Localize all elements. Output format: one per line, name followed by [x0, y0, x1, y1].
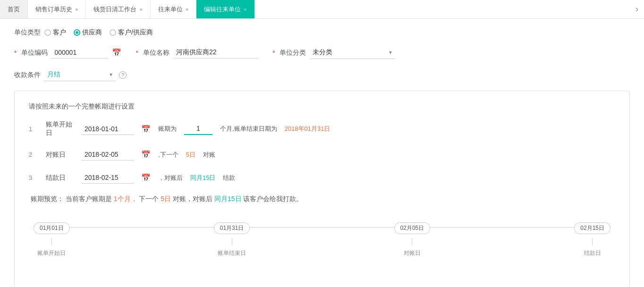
radio-both-circle: [110, 29, 116, 36]
tab-partners-label: 往来单位: [158, 5, 183, 14]
radio-both-label: 客户/供应商: [118, 28, 153, 37]
period-row-2: 2 对账日 📅 ,下一个 5日 对账: [29, 149, 615, 160]
period-row-1-label: 账单开始日: [46, 120, 74, 137]
unit-code-field: * 单位编码 📅: [14, 47, 121, 59]
expand-icon: ›: [636, 4, 638, 14]
payment-terms-label: 收款条件: [14, 71, 41, 79]
payment-terms-value: 月结: [47, 70, 108, 79]
preview-period-highlight: 1个月，: [114, 195, 137, 203]
period-row-3-date[interactable]: [82, 172, 134, 184]
unit-type-label: 单位类型: [14, 28, 41, 37]
timeline-badge-3: 02月05日: [394, 222, 431, 234]
preview-text: 账期预览： 当前客户账期是 1个月， 下一个 5日 对账，对账后 同月15日 该…: [29, 195, 615, 203]
payment-terms-row: 收款条件 月结 ▾ ?: [14, 68, 630, 81]
payment-terms-chevron: ▾: [110, 71, 112, 78]
period-row-1-highlight-date: 2018年01月31日: [285, 125, 330, 133]
period-row-2-cal-icon[interactable]: 📅: [141, 150, 151, 159]
radio-both[interactable]: 客户/供应商: [110, 28, 153, 37]
unit-category-chevron: ▾: [389, 49, 392, 56]
timeline-point-4: 02月15日 结款日: [574, 222, 610, 257]
unit-type-field: 单位类型 客户 供应商 客户/供应商: [14, 28, 153, 37]
timeline-point-1: 01月01日 账单开始日: [34, 222, 70, 257]
unit-name-required: *: [136, 49, 138, 57]
tabs-expand-button[interactable]: ›: [630, 0, 644, 18]
tab-sales-history[interactable]: 销售订单历史 ×: [28, 0, 86, 18]
tab-cash-workbench[interactable]: 钱货日清工作台 ×: [86, 0, 150, 18]
preview-reconcile-suffix: 对账，对账后: [173, 195, 212, 203]
unit-category-select[interactable]: 未分类 ▾: [310, 46, 395, 59]
tab-home[interactable]: 首页: [0, 0, 28, 18]
period-row-3-desc-prefix: ，对账后: [158, 174, 183, 182]
period-row-1-month-input[interactable]: [184, 123, 212, 135]
tabs-bar: 首页 销售订单历史 × 钱货日清工作台 × 往来单位 × 编辑往来单位 × ›: [0, 0, 644, 19]
unit-code-required: *: [14, 49, 17, 57]
unit-category-label: 单位分类: [280, 49, 306, 57]
unit-name-field: * 单位名称: [136, 47, 258, 59]
timeline-badge-1: 01月01日: [34, 222, 70, 234]
radio-customer-label: 客户: [53, 28, 66, 37]
timeline-label-1: 账单开始日: [37, 249, 66, 257]
timeline-tick-1: [51, 238, 52, 245]
radio-customer[interactable]: 客户: [44, 28, 66, 37]
period-row-1-desc-suffix: 个月,账单结束日期为: [220, 125, 277, 133]
period-row-3-highlight: 同月15日: [190, 174, 215, 182]
unit-name-input[interactable]: [173, 47, 258, 59]
tab-partners[interactable]: 往来单位 ×: [151, 0, 196, 18]
preview-text-prefix: 当前客户账期是: [66, 195, 112, 203]
unit-type-row: 单位类型 客户 供应商 客户/供应商: [14, 28, 630, 37]
radio-supplier-label: 供应商: [82, 28, 102, 37]
period-row-1-date[interactable]: [82, 123, 134, 135]
period-row-3-num: 3: [29, 174, 38, 181]
unit-code-label: 单位编码: [21, 49, 48, 57]
timeline: 01月01日 账单开始日 01月31日 账单结束日 02月05日 对账日: [29, 213, 615, 276]
unit-category-value: 未分类: [313, 48, 387, 57]
timeline-label-2: 账单结束日: [218, 249, 246, 257]
radio-supplier[interactable]: 供应商: [74, 28, 102, 37]
period-row-2-highlight: 5日: [186, 151, 195, 159]
period-box-title: 请按照未来的一个完整帐期进行设置: [29, 102, 615, 111]
period-row-2-date[interactable]: [82, 149, 134, 160]
payment-terms-select[interactable]: 月结 ▾: [44, 68, 115, 81]
period-row-2-num: 2: [29, 151, 38, 158]
preview-section: 账期预览： 当前客户账期是 1个月， 下一个 5日 对账，对账后 同月15日 该…: [29, 195, 615, 276]
unit-type-radio-group: 客户 供应商 客户/供应商: [44, 28, 153, 37]
payment-terms-help-icon[interactable]: ?: [119, 71, 127, 79]
timeline-badge-2: 01月31日: [214, 222, 250, 234]
timeline-badge-4: 02月15日: [574, 222, 610, 234]
tab-partners-close[interactable]: ×: [186, 7, 188, 12]
period-row-1: 1 账单开始日 📅 账期为 个月,账单结束日期为 2018年01月31日: [29, 120, 615, 137]
unit-category-field: * 单位分类 未分类 ▾: [272, 46, 395, 59]
timeline-label-3: 对账日: [404, 249, 421, 257]
tab-home-label: 首页: [8, 5, 20, 14]
tab-sales-history-close[interactable]: ×: [75, 7, 78, 12]
timeline-label-4: 结款日: [584, 249, 601, 257]
unit-code-calendar-icon[interactable]: 📅: [112, 48, 121, 57]
period-box: 请按照未来的一个完整帐期进行设置 1 账单开始日 📅 账期为 个月,账单结束日期…: [14, 91, 630, 287]
period-row-1-desc-prefix: 账期为: [158, 125, 177, 133]
timeline-points: 01月01日 账单开始日 01月31日 账单结束日 02月05日 对账日: [34, 222, 610, 257]
unit-info-row: * 单位编码 📅 * 单位名称 * 单位分类 未分类 ▾: [14, 46, 630, 59]
tab-cash-workbench-close[interactable]: ×: [139, 7, 142, 12]
period-row-3: 3 结款日 📅 ，对账后 同月15日 结款: [29, 172, 615, 184]
tab-edit-partner-close[interactable]: ×: [244, 7, 246, 12]
preview-reconcile-prefix: 下一个: [139, 195, 159, 203]
timeline-tick-3: [412, 238, 412, 245]
preview-label: 账期预览：: [31, 195, 64, 203]
tab-cash-workbench-label: 钱货日清工作台: [93, 5, 136, 14]
period-row-2-desc-prefix: ,下一个: [158, 151, 178, 159]
radio-supplier-circle: [74, 29, 80, 36]
preview-reconcile-highlight: 5日: [161, 195, 171, 203]
tab-edit-partner[interactable]: 编辑往来单位 ×: [196, 0, 254, 18]
period-row-3-label: 结款日: [46, 174, 74, 182]
main-content: 单位类型 客户 供应商 客户/供应商 * 单位编码: [0, 19, 644, 287]
period-row-1-cal-icon[interactable]: 📅: [141, 125, 151, 134]
unit-category-required: *: [272, 49, 275, 57]
unit-code-input[interactable]: [51, 47, 108, 59]
period-row-1-num: 1: [29, 126, 38, 133]
preview-payment-highlight: 同月15日: [214, 195, 242, 203]
tab-edit-partner-label: 编辑往来单位: [204, 5, 241, 14]
period-row-3-cal-icon[interactable]: 📅: [141, 173, 151, 182]
tab-sales-history-label: 销售订单历史: [35, 5, 72, 14]
preview-payment-suffix: 该客户会给我打款。: [243, 195, 303, 203]
period-row-3-desc-suffix: 结款: [223, 174, 235, 182]
